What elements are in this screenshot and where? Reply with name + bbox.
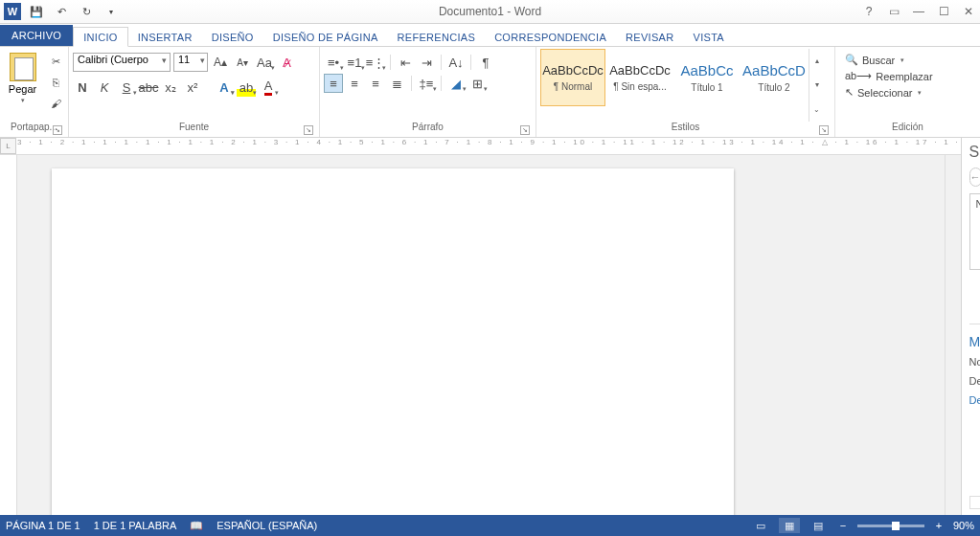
definition-title: Microsoft [969, 334, 980, 349]
document-page[interactable] [52, 168, 734, 515]
style-heading1[interactable]: AaBbCc Título 1 [674, 49, 740, 106]
vertical-scrollbar[interactable] [945, 155, 961, 515]
sort-icon[interactable]: A↓ [446, 53, 466, 72]
shrink-font-icon[interactable]: A▾ [233, 53, 252, 72]
ribbon-tabs: ARCHIVO INICIO INSERTAR DISEÑO DISEÑO DE… [0, 24, 980, 47]
text-effects-icon[interactable]: A [215, 78, 234, 97]
styles-launcher[interactable]: ↘ [819, 125, 829, 135]
zoom-out-icon[interactable]: − [836, 520, 850, 531]
ribbon-options-icon[interactable]: ▭ [886, 4, 901, 19]
show-marks-icon[interactable]: ¶ [476, 53, 495, 72]
tab-diseno-pagina[interactable]: DISEÑO DE PÁGINA [263, 28, 388, 46]
redo-icon[interactable]: ↻ [77, 2, 96, 21]
clipboard-icon [10, 53, 36, 81]
italic-icon[interactable]: K [95, 78, 114, 97]
minimize-icon[interactable]: — [911, 4, 926, 19]
qat-customize-icon[interactable]: ▾ [102, 2, 121, 21]
vertical-ruler[interactable] [0, 155, 17, 515]
zoom-level[interactable]: 90% [953, 520, 974, 531]
page-viewport[interactable] [17, 155, 945, 515]
change-case-icon[interactable]: Aa [255, 53, 274, 72]
definition-source-label: Definiciones de [969, 374, 980, 388]
paragraph-launcher[interactable]: ↘ [520, 125, 530, 135]
save-icon[interactable]: 💾 [27, 2, 46, 21]
tab-inicio[interactable]: INICIO [73, 27, 127, 47]
line-spacing-icon[interactable]: ‡≡ [417, 74, 436, 93]
font-size-combo[interactable]: 11 [173, 53, 208, 72]
tab-insertar[interactable]: INSERTAR [128, 28, 202, 46]
styles-scroll-up[interactable]: ▴ [809, 49, 824, 73]
editing-group-label: Edición [892, 122, 923, 132]
close-icon[interactable]: ✕ [961, 4, 976, 19]
font-group-label: Fuente [179, 122, 209, 132]
definition-source-link[interactable]: Definitions.net [969, 394, 980, 406]
numbering-icon[interactable]: ≡1 [345, 53, 364, 72]
borders-icon[interactable]: ⊞ [467, 74, 487, 93]
bold-icon[interactable]: N [73, 78, 92, 97]
grow-font-icon[interactable]: A▴ [211, 53, 230, 72]
shading-icon[interactable]: ◢ [446, 74, 466, 93]
thesaurus-pane: Sinónimos ▾ ✕ ← 🔍 No pudimos encontrar p… [961, 138, 980, 515]
styles-group-label: Estilos [672, 122, 699, 132]
help-icon[interactable]: ? [861, 4, 877, 19]
ruler-corner[interactable]: L [0, 138, 16, 154]
zoom-in-icon[interactable]: + [932, 520, 946, 531]
horizontal-ruler[interactable]: L 3 · 1 · 2 · 1 · 1 · 1 · 1 · 1 · 1 · 1 … [0, 138, 961, 155]
highlight-icon[interactable]: ab [237, 78, 256, 97]
align-right-icon[interactable]: ≡ [366, 74, 385, 93]
clear-formatting-icon[interactable]: A̷ [277, 53, 296, 72]
undo-icon[interactable]: ↶ [52, 2, 71, 21]
format-painter-icon[interactable]: 🖌 [47, 95, 64, 112]
clipboard-launcher[interactable]: ↘ [53, 125, 62, 135]
select-button[interactable]: ↖Seleccionar▾ [843, 85, 935, 100]
align-center-icon[interactable]: ≡ [345, 74, 364, 93]
print-layout-icon[interactable]: ▦ [779, 518, 800, 533]
tab-referencias[interactable]: REFERENCIAS [388, 28, 486, 46]
tab-diseno[interactable]: DISEÑO [202, 28, 263, 46]
replace-button[interactable]: ab⟶Reemplazar [843, 69, 935, 83]
find-button[interactable]: 🔍Buscar▾ [843, 53, 935, 67]
style-heading2[interactable]: AaBbCcD Título 2 [741, 49, 807, 106]
tab-revisar[interactable]: REVISAR [616, 28, 683, 46]
align-left-icon[interactable]: ≡ [324, 74, 343, 93]
taskpane-hscroll[interactable] [969, 496, 980, 509]
font-launcher[interactable]: ↘ [304, 125, 313, 135]
paste-button[interactable]: Pegar ▾ [4, 49, 41, 104]
ribbon: Pegar ▾ ✂ ⎘ 🖌 Portapap...↘ Calibri (Cuer… [0, 47, 980, 138]
zoom-slider[interactable] [857, 525, 924, 527]
tab-vista[interactable]: VISTA [684, 28, 734, 46]
window-title: Documento1 - Word [439, 5, 541, 18]
underline-icon[interactable]: S [117, 78, 136, 97]
justify-icon[interactable]: ≣ [387, 74, 406, 93]
multilevel-list-icon[interactable]: ≡⋮ [366, 53, 385, 72]
styles-expand[interactable]: ⌄ [809, 98, 824, 122]
subscript-icon[interactable]: x₂ [161, 78, 180, 97]
replace-icon: ab⟶ [845, 70, 872, 82]
superscript-icon[interactable]: x² [183, 78, 202, 97]
cut-icon[interactable]: ✂ [47, 53, 64, 70]
spellcheck-icon[interactable]: 📖 [190, 520, 203, 532]
tab-file[interactable]: ARCHIVO [0, 25, 73, 46]
style-no-spacing[interactable]: AaBbCcDc ¶ Sin espa... [607, 49, 672, 106]
bullets-icon[interactable]: ≡• [324, 53, 343, 72]
tab-correspondencia[interactable]: CORRESPONDENCIA [485, 28, 616, 46]
word-app-icon: W [4, 3, 21, 20]
increase-indent-icon[interactable]: ⇥ [417, 53, 436, 72]
styles-scroll-down[interactable]: ▾ [809, 73, 824, 97]
word-count[interactable]: 1 DE 1 PALABRA [94, 520, 177, 531]
copy-icon[interactable]: ⎘ [47, 74, 64, 91]
language-indicator[interactable]: ESPAÑOL (ESPAÑA) [217, 520, 317, 531]
font-name-combo[interactable]: Calibri (Cuerpo [73, 53, 171, 72]
read-mode-icon[interactable]: ▭ [750, 518, 771, 533]
back-icon[interactable]: ← [969, 168, 980, 187]
taskpane-title: Sinónimos [969, 144, 980, 161]
cursor-icon: ↖ [845, 86, 854, 99]
decrease-indent-icon[interactable]: ⇤ [396, 53, 415, 72]
maximize-icon[interactable]: ☐ [936, 4, 951, 19]
font-color-icon[interactable]: A [259, 78, 278, 97]
web-layout-icon[interactable]: ▤ [808, 518, 829, 533]
style-normal[interactable]: AaBbCcDc ¶ Normal [540, 49, 605, 106]
thesaurus-result-box: No pudimos encontrar palabras [969, 193, 980, 270]
strikethrough-icon[interactable]: abc [139, 78, 158, 97]
page-indicator[interactable]: PÁGINA 1 DE 1 [6, 520, 80, 531]
